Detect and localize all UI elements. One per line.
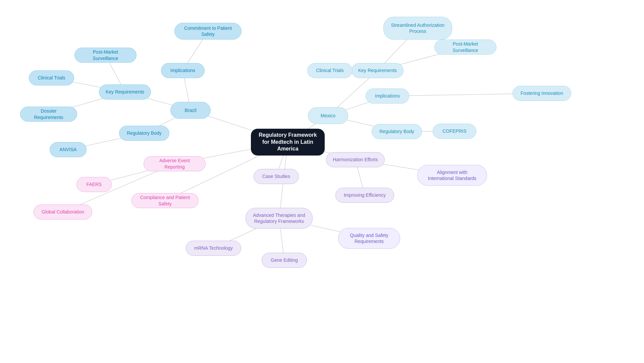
node-brazil-key-requirements: Key Requirements [99,84,151,100]
node-label: Regulatory Body [127,130,162,136]
node-label: Advanced Therapies and Regulatory Framew… [252,212,306,224]
node-brazil-anvisa: ANVISA [50,142,87,157]
node-mexico-implications: Implications [366,88,409,104]
node-label: Mexico [321,113,335,119]
node-advanced-therapies: Advanced Therapies and Regulatory Framew… [246,208,313,229]
node-label: Gene Editing [271,257,298,263]
node-label: Dossier Requirements [26,108,71,120]
node-center: Regulatory Framework for Medtech in Lati… [251,129,325,156]
node-label: Compliance and Patient Safety [138,194,192,206]
node-label: Implications [170,67,195,73]
node-label: Clinical Trials [316,67,343,73]
node-mexico: Mexico [308,107,348,124]
node-brazil-implications: Implications [161,63,205,78]
node-label: Post-Market Surveillance [441,41,490,53]
node-label: Improving Efficiency [344,192,386,198]
node-harmonization: Harmonization Efforts [326,152,385,167]
node-label: Streamlined Authorization Process [390,22,446,34]
node-label: Alignment with International Standards [424,169,481,181]
node-label: Regulatory Framework for Medtech in Lati… [257,132,319,153]
node-label: Fostering Innovation [521,90,563,96]
node-mexico-regulatory-body: Regulatory Body [372,124,422,139]
node-label: Regulatory Body [379,128,414,134]
node-label: Implications [375,93,400,99]
node-brazil-commit-patient: Commitment to Patient Safety [174,23,241,40]
node-improving-efficiency: Improving Efficiency [335,188,394,203]
node-global-collab: Global Collaboration [34,204,92,220]
node-mexico-post-market: Post-Market Surveillance [434,40,496,55]
node-label: ANVISA [59,146,76,153]
node-mexico-streamlined: Streamlined Authorization Process [383,17,452,40]
node-label: Key Requirements [106,89,144,95]
node-gene-editing: Gene Editing [262,253,307,268]
node-brazil-clinical-trials: Clinical Trials [29,70,74,85]
node-mexico-fostering: Fostering Innovation [513,86,571,101]
node-case-studies: Case Studies [254,169,299,184]
node-label: Global Collaboration [42,209,84,215]
node-label: Brazil [184,107,196,113]
node-adverse-event: Adverse Event Reporting [144,156,206,171]
node-brazil-dossier: Dossier Requirements [20,107,77,122]
node-mrna-tech: mRNA Technology [186,241,241,256]
node-alignment: Alignment with International Standards [417,165,487,186]
node-label: mRNA Technology [194,245,233,251]
mindmap-container: Regulatory Framework for Medtech in Lati… [0,0,644,363]
node-label: Case Studies [262,173,290,179]
node-label: Adverse Event Reporting [150,158,199,170]
node-compliance-safety: Compliance and Patient Safety [131,193,199,208]
node-label: COFEPRIS [442,128,467,134]
node-brazil-post-market: Post-Market Surveillance [74,48,137,63]
node-label: FAERS [87,181,102,187]
node-label: Harmonization Efforts [333,157,378,163]
node-faers: FAERS [76,177,112,192]
node-label: Key Requirements [358,67,397,73]
node-label: Post-Market Surveillance [81,49,130,61]
node-quality-safety: Quality and Safety Requirements [338,228,400,249]
node-mexico-cofepris: COFEPRIS [433,124,476,139]
node-label: Quality and Safety Requirements [344,232,394,244]
node-mexico-key-requirements: Key Requirements [352,63,404,78]
node-mexico-clinical-trials: Clinical Trials [307,63,353,78]
node-label: Commitment to Patient Safety [181,25,235,37]
node-brazil-regulatory-body: Regulatory Body [119,126,169,141]
node-brazil: Brazil [170,102,211,119]
node-label: Clinical Trials [38,75,65,81]
